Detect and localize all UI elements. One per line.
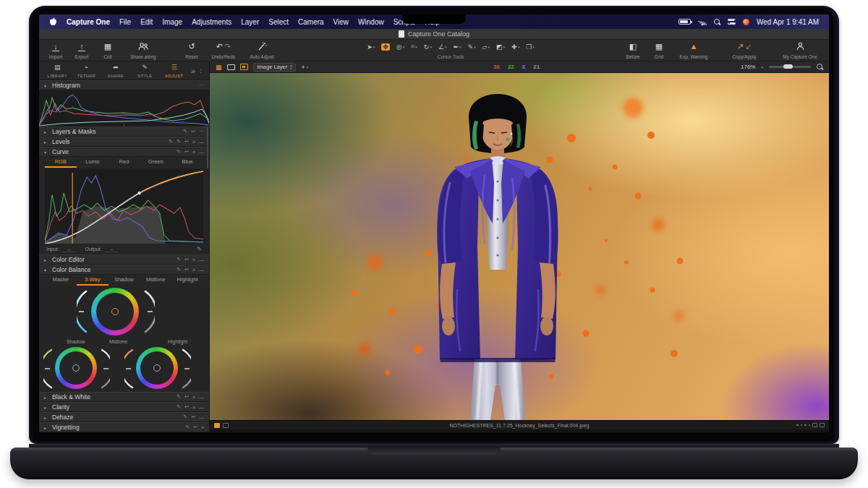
select-tool[interactable]: ➤▾ xyxy=(367,43,375,51)
picker-icon[interactable]: ✎ xyxy=(169,139,173,145)
disclosure-icon[interactable]: ▾ xyxy=(44,267,48,273)
curve-tab-green[interactable]: Green xyxy=(140,157,171,168)
midtone-right-slider[interactable] xyxy=(143,288,155,335)
reset-icon[interactable]: ↩ xyxy=(184,139,189,145)
disclosure-icon[interactable]: ▸ xyxy=(44,415,48,420)
cb-tab-shadow[interactable]: Shadow xyxy=(109,275,140,286)
presets-icon[interactable]: ≡ xyxy=(192,395,195,400)
collapse-icon[interactable]: — xyxy=(199,405,204,410)
crop-tool[interactable]: ⌗▾ xyxy=(411,43,417,51)
reset-icon[interactable]: ↩ xyxy=(184,404,189,410)
menu-bar-clock[interactable]: Wed Apr 1 9:41 AM xyxy=(757,18,819,26)
layer-selector[interactable]: Image Layer ▴▾ xyxy=(253,63,297,72)
disclosure-icon[interactable]: ▸ xyxy=(44,257,48,262)
spotlight-search-icon[interactable] xyxy=(714,19,720,25)
presets-icon[interactable]: ≡ xyxy=(192,257,195,262)
tab-library[interactable]: ▤ LIBRARY xyxy=(43,63,71,79)
menu-window[interactable]: Window xyxy=(358,18,384,26)
presets-icon[interactable]: ≡ xyxy=(192,150,195,155)
battery-icon[interactable] xyxy=(678,19,691,25)
eraser-tool[interactable]: ▱▾ xyxy=(482,43,490,51)
output-value[interactable]: – xyxy=(105,247,118,252)
rotate-tool[interactable]: ↻▾ xyxy=(424,43,432,51)
reset-icon[interactable]: ↩ xyxy=(184,267,189,273)
cull-button[interactable]: ▦ Cull xyxy=(98,41,117,60)
menu-view[interactable]: View xyxy=(333,18,349,26)
filmstrip-dot-icon[interactable] xyxy=(796,424,799,427)
copy-icon[interactable]: ✎ xyxy=(176,394,181,400)
menu-image[interactable]: Image xyxy=(162,18,182,26)
brush-tool[interactable]: ✎▾ xyxy=(468,43,476,51)
copy-icon[interactable]: ✎ xyxy=(176,139,181,145)
menu-edit[interactable]: Edit xyxy=(140,18,153,26)
collapse-icon[interactable]: — xyxy=(199,140,204,145)
add-layer-button[interactable]: +▾ xyxy=(301,64,308,71)
cb-tab-3way[interactable]: 3-Way xyxy=(77,275,109,286)
curve-tab-luma[interactable]: Luma xyxy=(77,157,109,168)
apply-icon[interactable]: ↙ xyxy=(745,42,752,51)
panel-vignetting-header[interactable]: ▸ Vignetting ✎ ↩ ≡ xyxy=(39,422,209,432)
menu-camera[interactable]: Camera xyxy=(298,18,324,26)
tab-style[interactable]: ✎ STYLE xyxy=(131,63,158,79)
my-capture-one-button[interactable]: My Capture One xyxy=(778,41,822,60)
expand-tabs-icon[interactable]: » xyxy=(191,67,195,75)
cb-tab-midtone[interactable]: Midtone xyxy=(140,275,171,286)
panel-levels-header[interactable]: ▸ Levels ✎ ✎ ↩ ≡ — xyxy=(39,137,209,147)
panel-dehaze-header[interactable]: ▸ Dehaze ✎ ↩ — xyxy=(39,412,209,422)
more-icon[interactable]: ⋯ xyxy=(199,129,204,134)
sidebar-scrollbar[interactable] xyxy=(207,127,208,168)
brush-icon[interactable]: ✎ xyxy=(183,129,187,134)
redo-icon[interactable]: ↷ xyxy=(224,42,231,51)
menu-app-name[interactable]: Capture One xyxy=(67,18,110,26)
highlight-color-wheel[interactable] xyxy=(136,347,178,389)
auto-adjust-button[interactable]: Auto Adjust xyxy=(246,41,278,60)
presets-icon[interactable]: ≡ xyxy=(201,425,204,430)
menu-layer[interactable]: Layer xyxy=(241,18,259,26)
collapse-icon[interactable]: — xyxy=(199,415,204,420)
user-account-icon[interactable] xyxy=(743,19,749,25)
curve-point-picker-icon[interactable]: ✎ xyxy=(197,246,202,252)
cb-tab-highlight[interactable]: Highlight xyxy=(171,275,203,286)
copy-icon[interactable]: ✎ xyxy=(176,257,181,262)
filmstrip-dot-icon[interactable] xyxy=(801,424,803,427)
viewer-search-icon[interactable] xyxy=(817,64,823,70)
import-button[interactable]: ↓ Import xyxy=(46,41,65,60)
wifi-icon[interactable] xyxy=(698,19,707,25)
window-title-bar[interactable]: Capture One Catalog xyxy=(39,29,829,40)
input-value[interactable]: – xyxy=(63,247,76,252)
disclosure-icon[interactable]: ▾ xyxy=(44,150,48,155)
export-button[interactable]: ↑ Export xyxy=(72,41,91,60)
filmstrip-dot-icon[interactable] xyxy=(804,424,807,427)
single-view-icon[interactable] xyxy=(227,64,235,70)
shadow-color-wheel[interactable] xyxy=(55,347,97,389)
menu-adjustments[interactable]: Adjustments xyxy=(192,18,231,26)
reset-icon[interactable]: ↩ xyxy=(191,129,195,134)
zoom-level[interactable]: 176% xyxy=(741,64,755,70)
reset-icon[interactable]: ↩ xyxy=(184,149,189,155)
reset-icon[interactable]: ↩ xyxy=(184,394,189,400)
reset-icon[interactable]: ↩ xyxy=(184,257,189,262)
curve-tab-blue[interactable]: Blue xyxy=(171,157,203,168)
filmstrip-grid-icon[interactable] xyxy=(820,423,825,427)
heal-tool[interactable]: ✚▾ xyxy=(511,43,519,51)
zoom-slider-handle[interactable] xyxy=(783,64,793,69)
grid-button[interactable]: ▦ Grid xyxy=(650,41,668,60)
midtone-color-wheel[interactable] xyxy=(91,288,139,335)
undo-icon[interactable]: ↶ xyxy=(216,42,223,51)
collapse-icon[interactable]: — xyxy=(199,150,204,155)
multi-view-icon[interactable]: ▦ xyxy=(216,64,222,71)
disclosure-icon[interactable]: ▸ xyxy=(44,395,48,400)
panel-layers-header[interactable]: ▸ Layers & Masks ✎ ↩ ⋯ xyxy=(39,127,209,137)
collapse-icon[interactable]: — xyxy=(199,267,204,273)
midtone-left-slider[interactable] xyxy=(77,288,88,335)
tab-adjust[interactable]: ☰ ADJUST xyxy=(161,63,188,79)
copy-icon[interactable]: ✎ xyxy=(176,267,181,273)
disclosure-icon[interactable]: ▸ xyxy=(44,140,48,145)
zoom-slider[interactable] xyxy=(769,66,811,68)
collapse-icon[interactable]: — xyxy=(199,257,204,262)
share-along-button[interactable]: Share-along xyxy=(124,41,162,60)
copy-icon[interactable]: ✎ xyxy=(176,404,181,410)
curve-tab-rgb[interactable]: RGB xyxy=(45,157,77,168)
presets-icon[interactable]: ≡ xyxy=(192,405,195,410)
loupe-tool[interactable]: ◎▾ xyxy=(396,43,404,51)
